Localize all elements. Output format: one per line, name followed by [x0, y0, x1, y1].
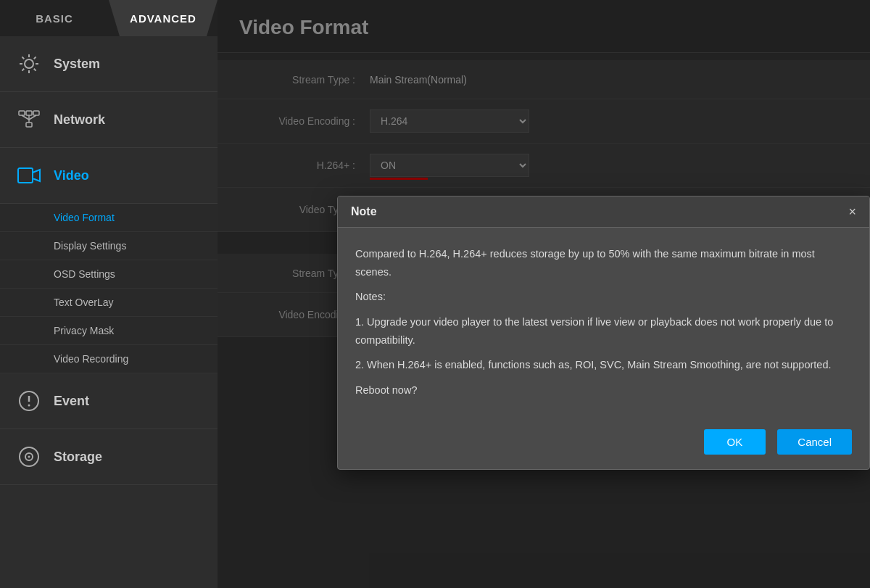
svg-line-6 — [22, 115, 29, 120]
modal-close-button[interactable]: × — [848, 205, 856, 218]
tab-advanced[interactable]: ADVANCED — [109, 0, 218, 36]
svg-rect-3 — [33, 111, 39, 115]
svg-point-15 — [28, 456, 30, 458]
svg-line-7 — [29, 115, 36, 120]
sidebar-item-event[interactable]: Event — [0, 373, 218, 429]
sidebar-item-video-label: Video — [54, 168, 89, 183]
sidebar-sub-privacy-mask[interactable]: Privacy Mask — [0, 317, 218, 345]
modal-ok-button[interactable]: OK — [704, 429, 766, 455]
modal-header: Note × — [338, 196, 869, 228]
modal-line-3: 1. Upgrade your video player to the late… — [355, 313, 852, 349]
sidebar-item-system[interactable]: System — [0, 36, 218, 92]
modal-cancel-button[interactable]: Cancel — [777, 429, 852, 455]
video-icon — [14, 161, 44, 190]
sidebar-item-network[interactable]: Network — [0, 92, 218, 148]
svg-rect-1 — [19, 111, 25, 115]
event-icon — [14, 386, 44, 415]
modal-line-4: 2. When H.264+ is enabled, functions suc… — [355, 356, 852, 374]
sidebar-sub-osd-settings[interactable]: OSD Settings — [0, 260, 218, 289]
sidebar-item-event-label: Event — [54, 394, 89, 409]
modal-line-5: Reboot now? — [355, 381, 852, 399]
modal-body: Compared to H.264, H.264+ reduces storag… — [338, 228, 869, 418]
svg-rect-2 — [26, 111, 32, 115]
sidebar-sub-text-overlay[interactable]: Text OverLay — [0, 289, 218, 317]
sidebar-sub-video-recording[interactable]: Video Recording — [0, 345, 218, 373]
sidebar: BASIC ADVANCED System Network — [0, 0, 218, 588]
network-icon — [14, 105, 44, 134]
main-content: Video Format Stream Type : Main Stream(N… — [218, 0, 870, 588]
note-modal: Note × Compared to H.264, H.264+ reduces… — [337, 196, 870, 470]
storage-icon — [14, 442, 44, 471]
sidebar-item-system-label: System — [54, 57, 100, 72]
sidebar-video-submenu: Video Format Display Settings OSD Settin… — [0, 204, 218, 373]
svg-rect-4 — [26, 123, 32, 127]
tab-basic[interactable]: BASIC — [0, 0, 109, 36]
sidebar-sub-display-settings[interactable]: Display Settings — [0, 232, 218, 260]
modal-overlay: Note × Compared to H.264, H.264+ reduces… — [218, 0, 870, 588]
modal-footer: OK Cancel — [338, 418, 869, 469]
sidebar-item-storage[interactable]: Storage — [0, 429, 218, 485]
sidebar-item-storage-label: Storage — [54, 450, 102, 465]
system-icon — [14, 49, 44, 78]
modal-line-2: Notes: — [355, 288, 852, 306]
modal-line-1: Compared to H.264, H.264+ reduces storag… — [355, 245, 852, 281]
svg-rect-8 — [18, 168, 33, 183]
sidebar-item-network-label: Network — [54, 112, 105, 128]
modal-title: Note — [351, 205, 377, 218]
svg-point-0 — [25, 59, 33, 68]
sidebar-sub-video-format[interactable]: Video Format — [0, 204, 218, 232]
svg-point-12 — [28, 405, 30, 407]
sidebar-item-video[interactable]: Video — [0, 148, 218, 204]
svg-marker-9 — [33, 170, 40, 181]
tab-bar: BASIC ADVANCED — [0, 0, 218, 36]
